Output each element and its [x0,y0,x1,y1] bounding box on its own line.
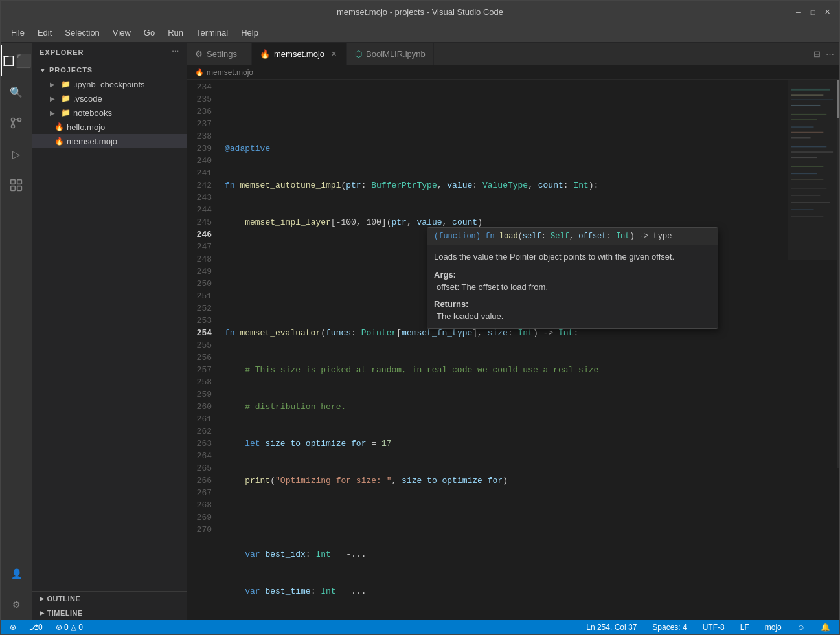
hover-tooltip: (function) fn load(self: Self, offset: I… [427,227,718,329]
tooltip-description: Loads the value the Pointer object point… [434,251,711,263]
minimize-button[interactable]: ─ [794,8,803,17]
menu-terminal[interactable]: Terminal [191,25,233,40]
activity-debug-icon[interactable]: ▷ [1,139,32,170]
menu-edit[interactable]: Edit [32,25,57,40]
code-editor[interactable]: @adaptive fn memset_autotune_impl(ptr: B… [220,80,788,620]
activity-git-icon[interactable] [1,107,32,139]
fire-icon: 🔥 [54,122,64,132]
activity-settings-icon[interactable]: ⚙ [1,589,32,620]
menu-file[interactable]: File [6,25,30,40]
sidebar-title: EXPLORER [40,49,84,56]
maximize-button[interactable]: □ [808,8,817,17]
sidebar-item-label: memset.mojo [67,137,117,146]
outline-arrow-icon: ▶ [40,596,45,602]
editor-area: ⚙ Settings 🔥 memset.mojo ✕ ⬡ BoolMLIR.ip… [187,43,839,620]
breadcrumb-path: memset.mojo [207,68,253,77]
statusbar-git-branch[interactable]: ⎇ 0 [25,620,47,634]
sidebar-item-memset-mojo[interactable]: 🔥 memset.mojo [32,134,187,148]
breadcrumb-fire-icon: 🔥 [195,68,204,76]
sidebar-item-vscode[interactable]: ▶ 📁 .vscode [32,91,187,106]
folder-arrow-icon: ▶ [50,109,59,117]
timeline-section[interactable]: ▶ TIMELINE [32,606,187,620]
code-line-234 [225,106,788,118]
tab-label: memset.mojo [274,49,324,59]
svg-point-5 [12,125,15,128]
code-line-241: # This size is picked at random, in real… [225,364,788,376]
svg-point-7 [12,118,15,122]
outline-label: OUTLINE [47,595,81,603]
project-root[interactable]: ▼ PROJECTS [32,63,187,77]
statusbar-errors[interactable]: ⊘ 0 △ 0 [52,620,87,634]
folder-arrow-icon: ▶ [50,95,59,102]
split-editor-icon[interactable]: ⊟ [813,49,821,59]
tab-close-icon[interactable]: ✕ [328,49,339,60]
svg-point-6 [18,118,21,122]
editor-content: 234 235 236 237 238 239 240 241 242 243 … [187,80,839,620]
statusbar-spaces[interactable]: Spaces: 4 [648,620,690,634]
sidebar-item-label: hello.mojo [67,122,105,132]
sidebar-item-hello-mojo[interactable]: 🔥 hello.mojo [32,120,187,134]
statusbar-line-ending[interactable]: LF [736,620,753,634]
feedback-icon: ☺ [797,623,805,632]
activity-extensions-icon[interactable] [1,170,32,201]
tab-memset-mojo[interactable]: 🔥 memset.mojo ✕ [252,43,347,65]
more-actions-icon[interactable]: ⋯ [826,49,834,59]
tab-label: Settings [207,49,237,59]
menu-run[interactable]: Run [163,25,188,40]
folder-icon: 📁 [60,79,71,89]
tabs-bar: ⚙ Settings 🔥 memset.mojo ✕ ⬡ BoolMLIR.ip… [187,43,839,65]
code-line-242: # distribution here. [225,401,788,413]
new-file-icon[interactable]: ⋯ [172,48,179,56]
statusbar-encoding[interactable]: UTF-8 [699,620,729,634]
sidebar-item-notebooks[interactable]: ▶ 📁 notebooks [32,106,187,120]
tooltip-args-content: offset: The offset to load from. [437,281,711,294]
code-line-246: var best_idx: Int = -... [225,548,788,561]
sidebar-item-ipynb-checkpoints[interactable]: ▶ 📁 .ipynb_checkpoints [32,77,187,91]
outline-section[interactable]: ▶ OUTLINE [32,592,187,606]
activity-search-icon[interactable]: 🔍 [1,76,32,107]
sidebar-item-label: .vscode [73,94,102,104]
tooltip-return-type: type [653,232,672,241]
folder-icon: 📁 [60,107,71,118]
code-line-235: @adaptive [225,142,788,155]
timeline-arrow-icon: ▶ [40,610,45,616]
svg-rect-11 [17,186,22,191]
activity-remote-icon[interactable]: 👤 [1,558,32,589]
encoding-label: UTF-8 [703,623,725,632]
vscode-window: memset.mojo - projects - Visual Studio C… [0,0,840,635]
tab-settings[interactable]: ⚙ Settings [187,43,252,65]
line-ending-label: LF [740,623,749,632]
language-label: mojo [765,623,782,632]
tooltip-header: (function) fn load(self: Self, offset: I… [427,228,718,245]
tab-label: BoolMLIR.ipynb [366,49,426,59]
menu-selection[interactable]: Selection [60,25,104,40]
svg-rect-33 [788,80,839,260]
line-numbers: 234 235 236 237 238 239 240 241 242 243 … [187,80,220,620]
notifications-icon: 🔔 [821,623,830,632]
sidebar-bottom: ▶ OUTLINE ▶ TIMELINE [32,591,187,620]
code-line-243: let size_to_optimize_for = 17 [225,438,788,450]
menu-help[interactable]: Help [236,25,264,40]
folder-arrow-icon: ▶ [50,81,59,88]
file-tree: ▼ PROJECTS ▶ 📁 .ipynb_checkpoints ▶ 📁 .v… [32,61,187,150]
statusbar-left: ⊗ ⎇ 0 ⊘ 0 △ 0 [6,620,87,634]
statusbar-language[interactable]: mojo [761,620,786,634]
git-branch-name: 0 [38,623,43,632]
tab-boolmlir[interactable]: ⬡ BoolMLIR.ipynb [347,43,434,65]
titlebar: memset.mojo - projects - Visual Studio C… [1,1,839,23]
statusbar-notifications[interactable]: 🔔 [817,620,834,634]
code-lines: @adaptive fn memset_autotune_impl(ptr: B… [225,80,788,620]
statusbar-position[interactable]: Ln 254, Col 37 [582,620,641,634]
menu-go[interactable]: Go [139,25,160,40]
fire-tab-icon: 🔥 [260,49,270,59]
statusbar-remote[interactable]: ⊗ [6,620,20,634]
folder-icon: 📁 [60,93,71,104]
svg-rect-10 [11,186,16,191]
remote-icon: ⊗ [10,623,16,632]
tooltip-kind: function [438,232,476,241]
cursor-position: Ln 254, Col 37 [586,623,637,632]
close-button[interactable]: ✕ [823,8,832,17]
statusbar-feedback[interactable]: ☺ [793,620,809,634]
menu-view[interactable]: View [108,25,136,40]
activity-explorer-icon[interactable]: ⬛ [1,45,32,76]
